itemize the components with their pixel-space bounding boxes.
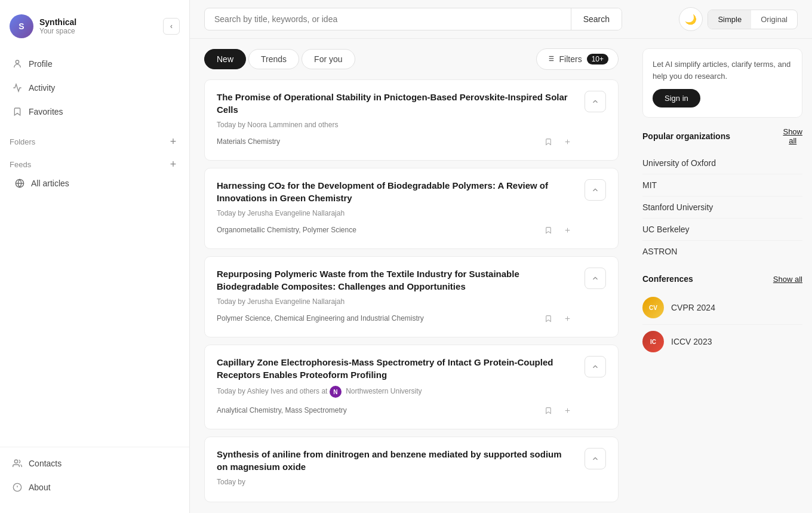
article-title[interactable]: Synthesis of aniline from dinitrogen and… xyxy=(217,448,575,473)
article-card: Synthesis of aniline from dinitrogen and… xyxy=(204,437,619,502)
org-item[interactable]: University of Oxford xyxy=(642,152,802,174)
article-actions xyxy=(540,222,575,238)
right-sidebar: Let AI simplify articles, clarify terms,… xyxy=(633,39,812,513)
user-info: Synthical Your space xyxy=(39,17,76,35)
upvote-button[interactable] xyxy=(585,91,606,112)
sign-in-button[interactable]: Sign in xyxy=(653,89,700,107)
tab-trends[interactable]: Trends xyxy=(248,49,299,69)
content-area: New Trends For you Filters 10+ The Promi… xyxy=(190,39,812,513)
tab-group: New Trends For you xyxy=(204,49,355,69)
feeds-label: Feeds xyxy=(10,160,31,169)
add-folder-button[interactable]: + xyxy=(167,135,180,148)
add-feed-button[interactable]: + xyxy=(167,158,180,171)
article-actions xyxy=(540,134,575,149)
activity-icon xyxy=(12,82,23,93)
org-item[interactable]: ASTRON xyxy=(642,241,802,262)
search-button[interactable]: Search xyxy=(571,8,622,30)
filter-bar: New Trends For you Filters 10+ xyxy=(204,48,619,70)
sidebar-item-contacts[interactable]: Contacts xyxy=(5,452,184,475)
article-tags: Polymer Science, Chemical Engineering an… xyxy=(217,311,575,326)
promo-box: Let AI simplify articles, clarify terms,… xyxy=(642,48,802,118)
promo-text: Let AI simplify articles, clarify terms,… xyxy=(653,59,792,82)
article-card: Harnessing CO₂ for the Development of Bi… xyxy=(204,168,619,249)
simple-view-button[interactable]: Simple xyxy=(708,10,751,29)
upvote-button[interactable] xyxy=(585,356,606,377)
article-title[interactable]: The Promise of Operational Stability in … xyxy=(217,91,575,116)
show-all-conferences-button[interactable]: Show all xyxy=(773,275,802,284)
conference-name: CVPR 2024 xyxy=(671,303,715,312)
article-card: Repurposing Polymeric Waste from the Tex… xyxy=(204,256,619,337)
bookmark-icon xyxy=(12,106,23,117)
conference-logo: CV xyxy=(642,297,664,318)
sidebar-item-favorites[interactable]: Favorites xyxy=(5,100,184,123)
bookmark-button[interactable] xyxy=(540,134,556,149)
filters-count: 10+ xyxy=(587,54,608,64)
university-name: Northwestern University xyxy=(346,387,422,395)
sidebar: S Synthical Your space ‹ Profile Activit… xyxy=(0,0,190,513)
contacts-icon xyxy=(12,458,23,469)
all-articles-label: All articles xyxy=(31,179,69,188)
article-meta: Today by Jerusha Evangeline Nallarajah xyxy=(217,297,575,306)
sidebar-user: S Synthical Your space xyxy=(10,14,76,38)
avatar: S xyxy=(10,14,33,38)
sidebar-item-profile[interactable]: Profile xyxy=(5,53,184,75)
article-title[interactable]: Repurposing Polymeric Waste from the Tex… xyxy=(217,268,575,293)
bookmark-button[interactable] xyxy=(540,222,556,238)
add-button[interactable] xyxy=(559,403,575,418)
moon-icon: 🌙 xyxy=(685,14,697,25)
svg-point-0 xyxy=(16,60,19,63)
collapse-sidebar-button[interactable]: ‹ xyxy=(163,18,180,35)
bookmark-button[interactable] xyxy=(540,311,556,326)
sidebar-item-about[interactable]: About xyxy=(5,476,184,499)
article-content: Repurposing Polymeric Waste from the Tex… xyxy=(217,268,575,326)
article-tag: Polymer Science, Chemical Engineering an… xyxy=(217,314,424,322)
sidebar-header: S Synthical Your space ‹ xyxy=(0,10,189,48)
article-meta: Today by Noora Lamminen and others xyxy=(217,121,575,129)
add-button[interactable] xyxy=(559,222,575,238)
sidebar-item-activity[interactable]: Activity xyxy=(5,76,184,99)
tab-new[interactable]: New xyxy=(204,49,246,69)
add-button[interactable] xyxy=(559,134,575,149)
folders-section: Folders + xyxy=(0,128,189,150)
feed: New Trends For you Filters 10+ The Promi… xyxy=(190,39,633,513)
globe-icon xyxy=(14,178,25,189)
org-item[interactable]: UC Berkeley xyxy=(642,219,802,241)
article-tags: Materials Chemistry xyxy=(217,134,575,149)
dark-mode-button[interactable]: 🌙 xyxy=(679,7,703,31)
article-card: Capillary Zone Electrophoresis-Mass Spec… xyxy=(204,345,619,429)
main-content: Search 🌙 Simple Original New Trends For … xyxy=(190,0,812,513)
sidebar-item-label: Contacts xyxy=(29,459,61,468)
conference-logo: IC xyxy=(642,331,664,352)
popular-orgs-section: Popular organizations Showall University… xyxy=(642,127,802,262)
article-tag: Materials Chemistry xyxy=(217,137,280,146)
conference-item[interactable]: CV CVPR 2024 xyxy=(642,291,802,325)
upvote-button[interactable] xyxy=(585,448,606,469)
article-meta: Today by xyxy=(217,478,575,486)
upvote-button[interactable] xyxy=(585,268,606,289)
article-content: Harnessing CO₂ for the Development of Bi… xyxy=(217,179,575,238)
conference-item[interactable]: IC ICCV 2023 xyxy=(642,325,802,358)
show-all-orgs-button[interactable]: Showall xyxy=(783,127,802,145)
search-container: Search xyxy=(204,8,622,30)
article-actions xyxy=(540,403,575,418)
view-toggle: Simple Original xyxy=(708,10,798,29)
sidebar-item-label: About xyxy=(29,483,51,492)
upvote-button[interactable] xyxy=(585,179,606,201)
org-item[interactable]: Stanford University xyxy=(642,196,802,219)
filters-label: Filters xyxy=(559,54,582,64)
topbar-right: 🌙 Simple Original xyxy=(679,7,798,31)
article-content: Synthesis of aniline from dinitrogen and… xyxy=(217,448,575,491)
article-title[interactable]: Harnessing CO₂ for the Development of Bi… xyxy=(217,179,575,204)
sidebar-item-all-articles[interactable]: All articles xyxy=(5,173,184,193)
tab-for-you[interactable]: For you xyxy=(302,49,355,69)
org-item[interactable]: MIT xyxy=(642,174,802,196)
person-icon xyxy=(12,59,23,69)
conference-name: ICCV 2023 xyxy=(671,337,712,346)
add-button[interactable] xyxy=(559,311,575,326)
original-view-button[interactable]: Original xyxy=(751,10,797,29)
search-input[interactable] xyxy=(205,8,571,30)
sidebar-item-label: Favorites xyxy=(29,107,63,116)
article-title[interactable]: Capillary Zone Electrophoresis-Mass Spec… xyxy=(217,356,575,381)
filters-button[interactable]: Filters 10+ xyxy=(536,48,619,70)
bookmark-button[interactable] xyxy=(540,403,556,418)
